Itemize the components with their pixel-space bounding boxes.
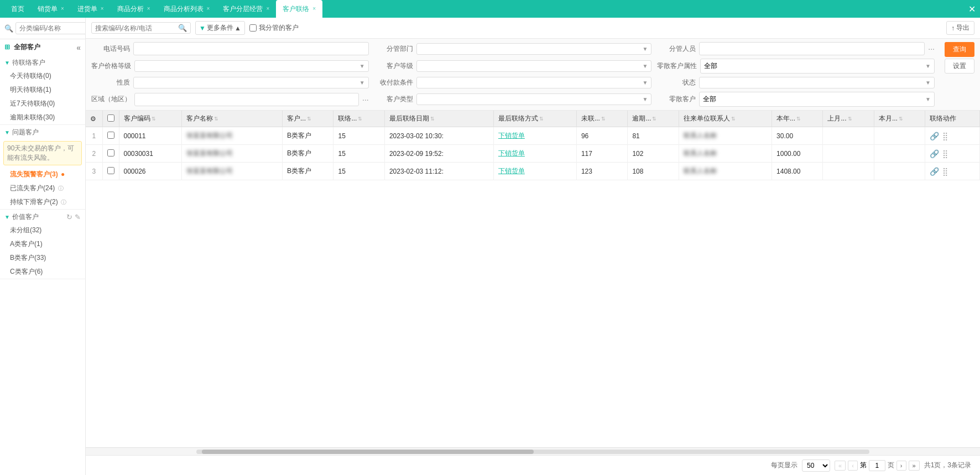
next-page-button[interactable]: › — [896, 461, 906, 471]
last-contact-way[interactable]: 下销货单 — [493, 163, 576, 180]
sidebar-item-ungrouped[interactable]: 未分组(32) — [0, 223, 85, 237]
nav-purchase[interactable]: 进货单 × — [71, 0, 111, 18]
sidebar-group-value-title[interactable]: ▼ 价值客户 ↻ ✎ — [0, 210, 85, 223]
row-num: 3 — [86, 163, 102, 180]
search-icon[interactable]: 🔍 — [178, 24, 187, 32]
nav-home[interactable]: 首页 — [4, 0, 31, 18]
row-check[interactable] — [102, 163, 119, 180]
filter-status-select[interactable]: ▼ — [699, 77, 935, 88]
filter-payment-select[interactable]: ▼ — [416, 77, 652, 88]
th-last-date[interactable]: 最后联络日期⇅ — [384, 111, 493, 127]
th-last-way[interactable]: 最后联络方式⇅ — [493, 111, 576, 127]
th-contact[interactable]: 联络...⇅ — [333, 111, 384, 127]
prev-page-button[interactable]: ‹ — [848, 461, 858, 471]
nav-purchase-close[interactable]: × — [101, 0, 104, 18]
nav-sales[interactable]: 销货单 × — [31, 0, 71, 18]
value-refresh-icon[interactable]: ↻ — [66, 213, 72, 221]
th-this-month[interactable]: 本月...⇅ — [874, 111, 925, 127]
th-no-contact[interactable]: 未联...⇅ — [576, 111, 627, 127]
filter-phone-input[interactable] — [133, 42, 369, 55]
row-check[interactable] — [102, 127, 119, 145]
sidebar-item-7days[interactable]: 近7天待联络(0) — [0, 97, 85, 111]
export-button[interactable]: ↑ 导出 — [946, 21, 974, 35]
filter-dept-select[interactable]: ▼ — [416, 43, 652, 55]
sidebar-group-problem-title[interactable]: ▼ 问题客户 — [0, 125, 85, 139]
filter-dept-label: 分管部门 — [374, 44, 413, 54]
filter-region-input[interactable] — [134, 93, 359, 106]
th-last-month[interactable]: 上月...⇅ — [823, 111, 874, 127]
customer-code: 00030031 — [119, 145, 182, 163]
th-unit-contacts[interactable]: 往来单位联系人⇅ — [679, 111, 772, 127]
per-page-select[interactable]: 50 100 200 — [802, 460, 830, 472]
sidebar-search-input[interactable] — [15, 22, 86, 34]
sidebar-item-class-b[interactable]: B类客户(33) — [0, 251, 85, 265]
nav-analysis-list[interactable]: 商品分析列表 × — [157, 0, 217, 18]
nav-customer-tier-close[interactable]: × — [266, 0, 269, 18]
horizontal-scrollbar[interactable] — [86, 447, 980, 455]
filter-region-dots[interactable]: ··· — [362, 95, 369, 104]
close-all-button[interactable]: ✕ — [968, 4, 976, 14]
last-contact-way[interactable]: 下销货单 — [493, 127, 576, 145]
sidebar-group-pending-title[interactable]: ▼ 待联络客户 — [0, 55, 85, 69]
nav-customer-tier[interactable]: 客户分层经营 × — [216, 0, 276, 18]
filter-price-level-select[interactable]: ▼ — [134, 60, 369, 72]
sidebar-search-area: 🔍 — [0, 18, 85, 39]
nav-customer-contact-close[interactable]: × — [312, 0, 316, 18]
settings-button[interactable]: 设置 — [945, 59, 974, 74]
search-input[interactable] — [95, 24, 178, 32]
sidebar-item-churned[interactable]: 已流失客户(24) ⓘ — [0, 181, 85, 195]
th-overdue[interactable]: 逾期...⇅ — [628, 111, 679, 127]
more-action-icon[interactable]: ⣿ — [942, 132, 948, 140]
sidebar-item-class-a[interactable]: A类客户(1) — [0, 237, 85, 251]
sidebar-item-class-c[interactable]: C类客户(6) — [0, 265, 85, 279]
my-customers-checkbox[interactable] — [249, 24, 257, 32]
nav-analysis[interactable]: 商品分析 × — [111, 0, 157, 18]
first-page-button[interactable]: « — [835, 461, 846, 471]
scroll-thumb[interactable] — [202, 450, 534, 454]
filter-payment-label: 收付款条件 — [374, 78, 413, 87]
sidebar-item-today[interactable]: 今天待联络(0) — [0, 69, 85, 83]
nav-analysis-close[interactable]: × — [147, 0, 150, 18]
more-action-icon[interactable]: ⣿ — [942, 149, 948, 158]
th-this-year[interactable]: 本年...⇅ — [772, 111, 823, 127]
nav-customer-contact[interactable]: 客户联络 × — [276, 0, 322, 18]
sidebar-collapse-button[interactable]: « — [76, 43, 81, 52]
nav-analysis-list-close[interactable]: × — [207, 0, 210, 18]
filter-zero-cust-select[interactable]: 全部 ▼ — [699, 92, 935, 107]
sidebar-item-declining[interactable]: 持续下滑客户(2) ⓘ — [0, 195, 85, 209]
customer-code: 000011 — [119, 127, 182, 145]
sidebar-item-churn-warning[interactable]: 流失预警客户(3) ● — [0, 168, 85, 181]
filter-manager-dots[interactable]: ··· — [928, 44, 935, 53]
nav-sales-close[interactable]: × — [61, 0, 64, 18]
more-conditions-button[interactable]: ▼ 更多条件 ▲ — [195, 21, 245, 35]
sidebar-group-value: ▼ 价值客户 ↻ ✎ 未分组(32) A类客户(1) B类客户(33) C类客户… — [0, 210, 85, 279]
th-name[interactable]: 客户名称⇅ — [182, 111, 283, 127]
no-contact-days: 117 — [576, 145, 627, 163]
toolbar-right: ↑ 导出 — [946, 21, 974, 35]
filter-cust-level-select[interactable]: ▼ — [416, 60, 652, 72]
th-settings[interactable]: ⚙ — [86, 111, 102, 127]
th-code[interactable]: 客户编码⇅ — [119, 111, 182, 127]
filter-nature-select[interactable]: ▼ — [133, 77, 369, 88]
value-edit-icon[interactable]: ✎ — [75, 213, 81, 221]
query-button[interactable]: 查询 — [945, 42, 974, 57]
row-check[interactable] — [102, 145, 119, 163]
th-type[interactable]: 客户...⇅ — [283, 111, 333, 127]
filter-panel: 电话号码 分管部门 ▼ 分管人员 — [86, 39, 980, 111]
page-number-input[interactable] — [869, 460, 885, 471]
sidebar-item-tomorrow[interactable]: 明天待联络(1) — [0, 83, 85, 97]
sidebar-item-overdue[interactable]: 逾期未联络(30) — [0, 111, 85, 124]
contact-action-icon[interactable]: 🔗 — [930, 132, 939, 140]
contact-action-icon[interactable]: 🔗 — [930, 167, 939, 176]
filter-phone: 电话号码 — [91, 42, 369, 55]
contact-action-icon[interactable]: 🔗 — [930, 149, 939, 158]
last-contact-way[interactable]: 下销货单 — [493, 145, 576, 163]
select-all-checkbox[interactable] — [107, 114, 114, 122]
more-action-icon[interactable]: ⣿ — [942, 167, 948, 176]
filter-row-4: 区域（地区） ··· 客户类型 ▼ 零散客户 — [91, 92, 935, 107]
filter-manager-input[interactable] — [699, 42, 925, 55]
last-page-button[interactable]: » — [909, 461, 920, 471]
filter-cust-type-select[interactable]: ▼ — [416, 93, 652, 105]
filter-zero-attr-select[interactable]: 全部 ▼ — [700, 59, 935, 74]
sidebar-all-customers[interactable]: ⊞ 全部客户 « — [0, 39, 85, 55]
